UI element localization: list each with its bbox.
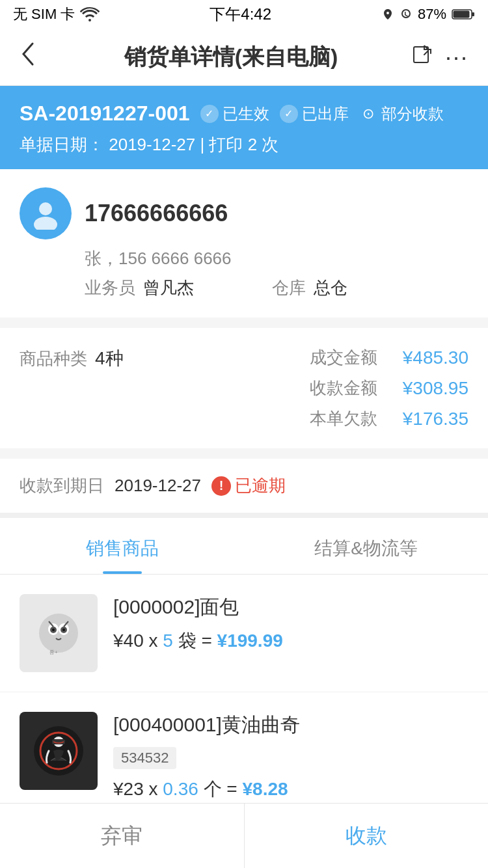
sales-name: 曾凡杰 [143,277,194,299]
product-list: 兽+ [0000002]面包 ¥40 x 5 袋 = ¥199.99 [0,575,488,822]
product-name-2: [000400001]黄油曲奇 [113,712,468,739]
back-button[interactable] [20,41,59,73]
svg-point-11 [52,629,55,631]
collect-payment-button[interactable]: 收款 [245,804,489,868]
warehouse-name: 总仓 [314,277,347,299]
wifi-icon [80,7,100,21]
svg-point-4 [39,202,52,215]
bottom-bar: 弃审 收款 [0,803,488,868]
product-thumb-1: 兽+ [20,594,98,672]
tab-settlement[interactable]: 结算&物流等 [244,518,488,574]
amount-value: ¥485.30 [390,347,468,368]
product-price-1: ¥40 x 5 袋 = ¥199.99 [113,629,468,653]
nav-bar: 销货单详情(来自电脑) ··· [0,29,488,86]
svg-point-12 [62,629,65,631]
status-partial: ⊙ 部分收款 [359,103,444,124]
status-effective: ✓ 已生效 [200,103,269,124]
customer-detail: 张，156 6666 6666 [20,247,468,270]
status-left: 无 SIM 卡 [13,5,100,24]
check-icon-2: ✓ [280,105,298,123]
customer-section: 17666666666 张，156 6666 6666 业务员 曾凡杰 仓库 总… [0,169,488,318]
customer-name: 17666666666 [85,200,228,227]
product-item: 兽+ [0000002]面包 ¥40 x 5 袋 = ¥199.99 [0,575,488,692]
abandon-review-button[interactable]: 弃审 [0,804,245,868]
type-value: 4种 [95,346,124,371]
received-label: 收款金额 [310,377,377,400]
sim-status: 无 SIM 卡 [13,5,75,24]
order-header: SA-20191227-001 ✓ 已生效 ✓ 已出库 ⊙ 部分收款 单据日期：… [0,86,488,169]
summary-section: 商品种类 4种 成交金额 ¥485.30 收款金额 ¥308.95 本单欠款 ¥… [0,328,488,448]
overdue-text: 已逾期 [235,474,286,497]
type-label: 商品种类 [20,347,87,370]
sales-label: 业务员 [85,277,135,299]
status-right: 87% [381,6,475,23]
warehouse-label: 仓库 [272,277,306,299]
due-value: ¥176.35 [390,409,468,429]
due-date-value: 2019-12-27 [115,476,201,496]
overdue-badge: ! 已逾期 [211,474,286,497]
more-icon[interactable]: ··· [445,44,468,71]
due-date-label: 收款到期日 [20,474,104,497]
order-id: SA-20191227-001 [20,102,190,126]
battery-level: 87% [418,6,446,23]
status-bar: 无 SIM 卡 下午4:42 87% [0,0,488,29]
time-display: 下午4:42 [210,4,271,25]
svg-rect-1 [472,12,474,16]
location-icon [381,8,394,21]
svg-text:兽+: 兽+ [49,649,58,655]
product-thumb-2 [20,712,98,790]
nav-actions: ··· [403,44,468,71]
overdue-icon: ! [211,476,231,496]
product-info-1: [0000002]面包 ¥40 x 5 袋 = ¥199.99 [113,594,468,653]
status-shipped: ✓ 已出库 [280,103,349,124]
product-info-2: [000400001]黄油曲奇 534532 ¥23 x 0.36 个 = ¥8… [113,712,468,802]
svg-point-6 [39,614,78,653]
status-badges: ✓ 已生效 ✓ 已出库 ⊙ 部分收款 [200,103,444,124]
svg-rect-2 [453,11,469,18]
clock-icon: ⊙ [359,105,377,123]
check-icon-1: ✓ [200,105,219,123]
battery-icon [452,8,475,21]
page-title: 销货单详情(来自电脑) [59,42,403,72]
product-sku-2: 534532 [113,747,176,769]
customer-meta: 业务员 曾凡杰 仓库 总仓 [20,277,468,299]
tab-sales-goods[interactable]: 销售商品 [0,518,244,574]
svg-point-5 [34,217,57,230]
tabs: 销售商品 结算&物流等 [0,518,488,575]
product-price-2: ¥23 x 0.36 个 = ¥8.28 [113,777,468,802]
order-date: 单据日期： 2019-12-27 | 打印 2 次 [20,133,468,156]
due-label: 本单欠款 [310,407,377,430]
received-value: ¥308.95 [390,378,468,399]
product-name-1: [0000002]面包 [113,594,468,621]
amount-label: 成交金额 [310,346,377,369]
customer-avatar [20,187,72,239]
export-icon[interactable] [411,44,432,70]
due-section: 收款到期日 2019-12-27 ! 已逾期 [0,459,488,518]
alarm-icon [400,8,413,21]
